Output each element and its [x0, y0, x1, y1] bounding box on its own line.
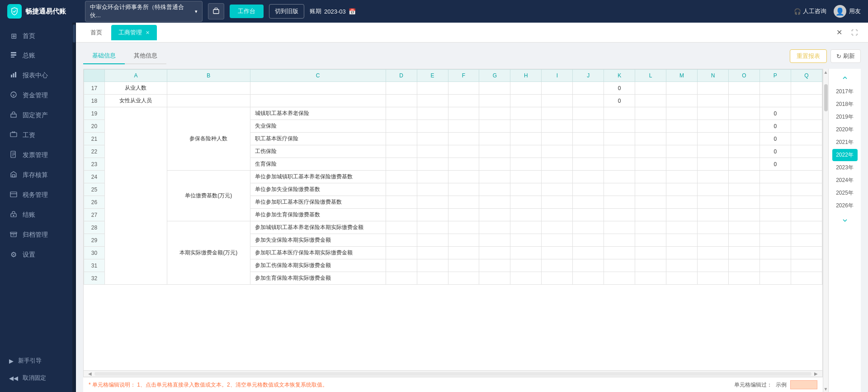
cell-F[interactable] — [448, 209, 479, 221]
scroll-thumb[interactable] — [824, 84, 828, 111]
tab-home[interactable]: 首页 — [83, 25, 109, 40]
cell-O[interactable] — [728, 221, 760, 234]
scroll-down-btn[interactable]: ▼ — [824, 386, 828, 392]
sidebar-item-guide[interactable]: ▶ 新手引导 — [0, 352, 72, 369]
reset-report-button[interactable]: 重置报表 — [790, 49, 827, 63]
cell-P[interactable] — [760, 247, 791, 259]
cell-A[interactable]: 从业人数 — [104, 82, 167, 95]
cell-G[interactable] — [479, 171, 510, 183]
cell-F[interactable] — [448, 133, 479, 145]
cell-N[interactable] — [698, 259, 729, 272]
cell-N[interactable] — [698, 196, 729, 209]
cell-G[interactable] — [479, 145, 510, 158]
sidebar-item-inventory[interactable]: 库存核算 — [0, 165, 72, 185]
cell-Q[interactable] — [791, 272, 822, 285]
cell-K[interactable] — [604, 107, 635, 120]
cell-M[interactable] — [666, 158, 698, 171]
cell-F[interactable] — [448, 247, 479, 259]
year-item[interactable]: 2026年 — [832, 200, 858, 212]
cell-F[interactable] — [448, 221, 479, 234]
sidebar-item-tax[interactable]: 税务管理 — [0, 185, 72, 205]
cell-N[interactable] — [698, 82, 729, 95]
cell-F[interactable] — [448, 120, 479, 133]
cell-D[interactable] — [386, 209, 417, 221]
cell-D[interactable] — [386, 133, 417, 145]
cell-M[interactable] — [666, 183, 698, 196]
cell-M[interactable] — [666, 145, 698, 158]
cell-G[interactable] — [479, 107, 510, 120]
cell-P[interactable] — [760, 196, 791, 209]
cell-J[interactable] — [573, 158, 604, 171]
cell-J[interactable] — [573, 196, 604, 209]
cell-B[interactable]: 单位缴费基数(万元) — [167, 171, 250, 221]
cell-L[interactable] — [635, 247, 666, 259]
cell-N[interactable] — [698, 234, 729, 247]
tab-industry[interactable]: 工商管理 ✕ — [111, 25, 157, 40]
cell-H[interactable] — [510, 272, 542, 285]
cell-D[interactable] — [386, 196, 417, 209]
expand-panel-button[interactable]: ⛶ — [848, 26, 861, 39]
scroll-left-btn[interactable]: ◀ — [85, 371, 94, 377]
cell-O[interactable] — [728, 183, 760, 196]
cell-J[interactable] — [573, 120, 604, 133]
cell-P[interactable]: 0 — [760, 107, 791, 120]
year-item[interactable]: 2017年 — [832, 86, 858, 98]
cell-I[interactable] — [542, 247, 573, 259]
cell-L[interactable] — [635, 196, 666, 209]
cell-J[interactable] — [573, 259, 604, 272]
cell-C[interactable]: 单位参加职工基本医疗保险缴费基数 — [250, 196, 386, 209]
cell-P[interactable] — [760, 82, 791, 95]
cell-L[interactable] — [635, 95, 666, 107]
cell-I[interactable] — [542, 171, 573, 183]
cell-L[interactable] — [635, 234, 666, 247]
cell-Q[interactable] — [791, 107, 822, 120]
cell-N[interactable] — [698, 120, 729, 133]
cell-F[interactable] — [448, 196, 479, 209]
cell-C[interactable]: 职工基本医疗保险 — [250, 133, 386, 145]
cell-J[interactable] — [573, 183, 604, 196]
cell-C[interactable]: 单位参加城镇职工基本养老保险缴费基数 — [250, 171, 386, 183]
cell-G[interactable] — [479, 82, 510, 95]
cell-P[interactable] — [760, 272, 791, 285]
cell-Q[interactable] — [791, 95, 822, 107]
cell-K[interactable] — [604, 145, 635, 158]
cell-O[interactable] — [728, 259, 760, 272]
cell-I[interactable] — [542, 183, 573, 196]
tab-close-icon[interactable]: ✕ — [146, 30, 150, 35]
cell-G[interactable] — [479, 158, 510, 171]
cell-Q[interactable] — [791, 82, 822, 95]
cell-O[interactable] — [728, 145, 760, 158]
cell-J[interactable] — [573, 82, 604, 95]
cell-N[interactable] — [698, 145, 729, 158]
cell-I[interactable] — [542, 95, 573, 107]
cell-N[interactable] — [698, 107, 729, 120]
cell-H[interactable] — [510, 95, 542, 107]
cell-Q[interactable] — [791, 158, 822, 171]
cell-P[interactable]: 0 — [760, 145, 791, 158]
cell-K[interactable] — [604, 171, 635, 183]
cell-L[interactable] — [635, 221, 666, 234]
cell-A[interactable]: 女性从业人员 — [104, 95, 167, 107]
cell-E[interactable] — [417, 272, 448, 285]
cell-K[interactable] — [604, 158, 635, 171]
cell-H[interactable] — [510, 158, 542, 171]
cell-M[interactable] — [666, 133, 698, 145]
cell-E[interactable] — [417, 183, 448, 196]
sidebar-item-invoice[interactable]: 发票管理 — [0, 145, 72, 165]
cell-O[interactable] — [728, 247, 760, 259]
cell-C[interactable]: 生育保险 — [250, 158, 386, 171]
cell-E[interactable] — [417, 247, 448, 259]
cell-M[interactable] — [666, 209, 698, 221]
cell-L[interactable] — [635, 120, 666, 133]
cell-L[interactable] — [635, 209, 666, 221]
cell-I[interactable] — [542, 272, 573, 285]
cell-F[interactable] — [448, 171, 479, 183]
cell-C[interactable]: 参加失业保险本期实际缴费金额 — [250, 234, 386, 247]
cell-P[interactable] — [760, 234, 791, 247]
cell-M[interactable] — [666, 171, 698, 183]
cell-M[interactable] — [666, 120, 698, 133]
cell-A[interactable] — [104, 107, 167, 285]
cell-O[interactable] — [728, 209, 760, 221]
cell-H[interactable] — [510, 107, 542, 120]
cell-F[interactable] — [448, 259, 479, 272]
